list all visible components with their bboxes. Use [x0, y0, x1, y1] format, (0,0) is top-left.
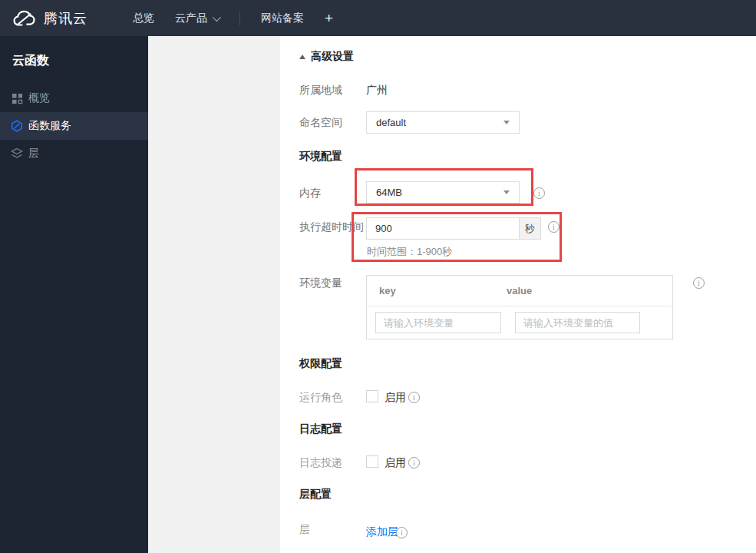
nav-add-button[interactable]: + [325, 10, 333, 27]
sidebar-item-function-service[interactable]: 函数服务 [0, 112, 148, 140]
envvar-table: key value [366, 275, 673, 339]
sidebar-item-layers[interactable]: 层 [0, 140, 148, 167]
layer-label: 层 [299, 523, 310, 537]
nav-cloud-products[interactable]: 云产品 [175, 12, 219, 25]
nav-divider [239, 12, 240, 25]
sidebar: 云函数 概览 函数服务 层 [0, 36, 148, 553]
topbar: 腾讯云 总览 云产品 网站备案 + [0, 0, 756, 36]
add-layer-link[interactable]: 添加层 [366, 525, 398, 539]
timeout-range-hint: 时间范围：1-900秒 [367, 245, 452, 259]
log-delivery-info-icon[interactable]: i [408, 457, 420, 469]
env-config-section-title: 环境配置 [299, 150, 342, 164]
sidebar-item-overview[interactable]: 概览 [0, 84, 148, 112]
sidebar-title: 云函数 [0, 36, 148, 84]
top-navigation: 总览 云产品 网站备案 + [112, 10, 333, 27]
add-layer-info-icon[interactable]: i [396, 527, 408, 538]
sidebar-item-layers-label: 层 [28, 147, 39, 161]
timeout-input-group: 秒 [366, 217, 541, 240]
log-delivery-label: 日志投递 [299, 456, 342, 470]
log-delivery-checkbox[interactable] [366, 455, 378, 468]
main-content: 高级设置 所属地域 广州 命名空间 default 环境配置 内存 64MB i… [280, 36, 756, 553]
chevron-down-icon [213, 12, 221, 21]
envvar-key-header: key [379, 285, 507, 296]
cloud-logo-icon [12, 8, 37, 28]
secondary-panel [148, 36, 281, 553]
region-label: 所属地域 [299, 84, 342, 98]
run-role-checkbox[interactable] [366, 390, 378, 402]
advanced-settings-label: 高级设置 [311, 50, 354, 64]
region-value: 广州 [366, 84, 388, 98]
log-delivery-enable-label: 启用 [385, 456, 406, 470]
memory-selected-value: 64MB [376, 187, 402, 198]
overview-grid-icon [11, 92, 23, 104]
collapse-triangle-icon [299, 55, 305, 59]
nav-overview[interactable]: 总览 [133, 12, 154, 25]
envvar-info-icon[interactable]: i [693, 277, 705, 289]
envvar-label: 环境变量 [299, 276, 342, 290]
timeout-info-icon[interactable]: i [548, 221, 560, 233]
memory-label: 内存 [299, 187, 321, 200]
namespace-selected-value: default [376, 117, 406, 128]
chevron-down-icon [503, 121, 510, 124]
brand-title: 腾讯云 [44, 9, 87, 28]
timeout-input[interactable] [366, 217, 520, 240]
timeout-unit-suffix: 秒 [519, 217, 541, 240]
run-role-info-icon[interactable]: i [408, 392, 420, 403]
envvar-value-header: value [507, 285, 532, 296]
log-section-title: 日志配置 [299, 422, 342, 436]
tencent-cloud-logo[interactable]: 腾讯云 [0, 8, 87, 28]
envvar-table-header: key value [367, 276, 672, 306]
nav-cloud-products-label: 云产品 [175, 12, 207, 25]
permission-section-title: 权限配置 [299, 357, 342, 371]
layer-section-title: 层配置 [299, 488, 332, 502]
sidebar-item-function-service-label: 函数服务 [28, 119, 71, 133]
memory-info-icon[interactable]: i [533, 187, 545, 199]
run-role-enable-label: 启用 [385, 391, 406, 405]
timeout-label: 执行超时时间 [299, 220, 364, 234]
envvar-key-input[interactable] [375, 312, 501, 333]
advanced-settings-toggle[interactable]: 高级设置 [299, 50, 354, 64]
namespace-label: 命名空间 [299, 116, 342, 130]
namespace-select[interactable]: default [366, 111, 520, 134]
nav-icp-filing[interactable]: 网站备案 [261, 12, 304, 25]
function-service-icon [11, 120, 23, 132]
memory-select[interactable]: 64MB [366, 181, 520, 204]
run-role-label: 运行角色 [299, 391, 342, 405]
envvar-value-input[interactable] [515, 312, 640, 333]
chevron-down-icon [503, 190, 510, 194]
envvar-input-row [367, 312, 672, 333]
sidebar-item-overview-label: 概览 [28, 91, 50, 105]
layers-icon [11, 147, 23, 160]
